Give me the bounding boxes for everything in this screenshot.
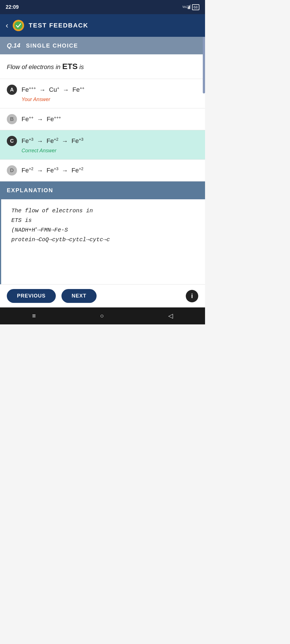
question-ets: ETS <box>62 62 78 71</box>
bottom-bar: PREVIOUS NEXT i <box>0 284 205 307</box>
next-button[interactable]: NEXT <box>61 289 97 303</box>
option-c-text: Fe+3 → Fe+2 → Fe+3 <box>22 137 83 145</box>
previous-button[interactable]: PREVIOUS <box>7 289 56 303</box>
svg-rect-4 <box>190 5 190 9</box>
home-icon[interactable]: ○ <box>100 312 104 320</box>
svg-rect-2 <box>188 7 189 9</box>
question-text: Flow of electrons in ETS is <box>0 54 205 79</box>
explanation-body: The flow of electrons in ETS is (NADH+H+… <box>0 199 205 284</box>
question-number: Q.14 <box>7 42 20 49</box>
svg-point-6 <box>14 22 22 29</box>
question-text-prefix: Flow of electrons in <box>7 63 62 70</box>
app-logo <box>13 20 24 31</box>
option-b-text: Fe++ → Fe+++ <box>22 115 61 123</box>
info-button[interactable]: i <box>186 290 198 302</box>
option-b[interactable]: B Fe++ → Fe+++ <box>0 108 205 130</box>
explanation-text: The flow of electrons in ETS is (NADH+H+… <box>11 206 198 245</box>
option-d-text: Fe+2 → Fe+3 → Fe+2 <box>22 166 83 174</box>
status-icons: Vo LTE 68 <box>182 4 199 10</box>
your-answer-label: Your Answer <box>22 97 198 102</box>
option-a-circle: A <box>7 85 17 95</box>
option-c[interactable]: C Fe+3 → Fe+2 → Fe+3 Correct Answer <box>0 130 205 160</box>
status-bar: 22:09 Vo LTE 68 <box>0 0 205 14</box>
signal-icon: Vo LTE <box>182 4 190 10</box>
option-c-circle: C <box>7 136 17 146</box>
explanation-title: EXPLANATION <box>7 187 53 193</box>
nav-bar: ≡ ○ ◁ <box>0 307 205 324</box>
svg-text:Vo: Vo <box>182 5 186 8</box>
question-text-suffix: is <box>79 63 84 70</box>
option-b-circle: B <box>7 114 17 124</box>
menu-icon[interactable]: ≡ <box>32 312 36 320</box>
battery-indicator: 68 <box>192 4 199 10</box>
option-a[interactable]: A Fe+++ → Cu+ → Fe++ Your Answer <box>0 79 205 108</box>
back-button[interactable]: ‹ <box>6 21 8 30</box>
question-header: Q.14 SINGLE CHOICE <box>0 37 205 54</box>
header-title: TEST FEEDBACK <box>29 22 88 29</box>
back-nav-icon[interactable]: ◁ <box>168 312 173 320</box>
option-a-text: Fe+++ → Cu+ → Fe++ <box>22 86 84 93</box>
correct-answer-label: Correct Answer <box>22 148 198 154</box>
header: ‹ TEST FEEDBACK <box>0 14 205 37</box>
svg-rect-3 <box>189 6 190 9</box>
option-d-circle: D <box>7 165 17 176</box>
status-time: 22:09 <box>6 4 19 10</box>
scroll-indicator[interactable] <box>203 37 205 93</box>
question-type: SINGLE CHOICE <box>26 42 78 49</box>
option-d[interactable]: D Fe+2 → Fe+3 → Fe+2 <box>0 160 205 181</box>
explanation-header: EXPLANATION <box>0 181 205 199</box>
